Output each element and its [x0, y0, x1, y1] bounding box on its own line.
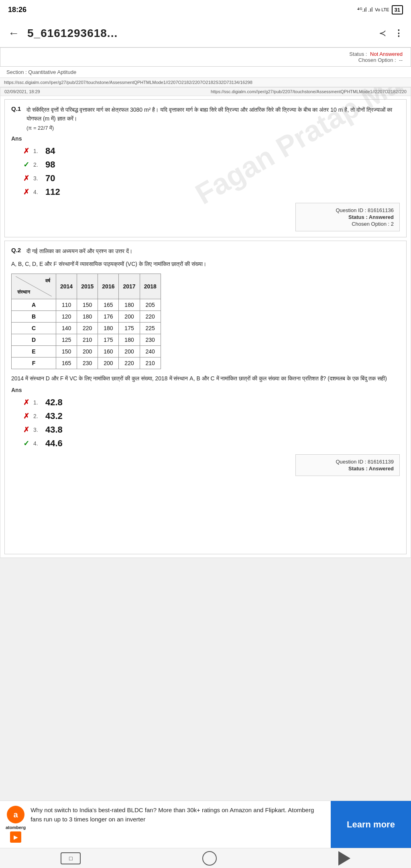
wrong-icon-3: ✗	[23, 174, 29, 183]
q2-option-4-val: 44.6	[45, 438, 63, 449]
q2-option-2: ✗ 2. 43.2	[11, 409, 400, 423]
url-bar: https://ssc.digialm.com//per/g27/pub/220…	[0, 78, 411, 87]
volte-icon: Vo LTE	[375, 7, 389, 12]
table-row: E 150 200 160 200 240	[12, 345, 161, 357]
q1-option-4: ✗ 4. 112	[11, 185, 400, 199]
D-2016: 175	[98, 334, 119, 345]
chosen-label: Chosen Option :	[358, 57, 396, 63]
status-icons: ⁴ᴳ.ıl .ıl Vo LTE 31	[357, 5, 403, 14]
wrong-icon-1: ✗	[23, 147, 29, 155]
ad-banner: a atomberg ▶ Why not switch to India's b…	[0, 801, 411, 848]
E-2017: 200	[119, 345, 140, 357]
q1-chosen: Chosen Option : 2	[301, 221, 394, 227]
table-header-inst: वर्ष संस्थान	[12, 274, 56, 299]
square-icon: □	[69, 855, 72, 862]
back-button[interactable]: ←	[8, 27, 19, 40]
B-2015: 180	[77, 310, 98, 322]
inst-C: C	[12, 322, 56, 334]
B-2018: 220	[140, 310, 161, 322]
E-2014: 150	[56, 345, 77, 357]
top-status-strip: Status : Not Answered Chosen Option : --	[0, 47, 411, 67]
C-2018: 225	[140, 322, 161, 334]
correct-icon-q2-4: ✓	[23, 439, 29, 448]
C-2014: 140	[56, 322, 77, 334]
back-triangle-icon	[338, 851, 350, 866]
E-2018: 240	[140, 345, 161, 357]
F-2016: 200	[98, 357, 119, 369]
q2-table: वर्ष संस्थान 2014 2015 2016 2017 2018 A …	[11, 274, 161, 369]
question-2-block: Q.2 दी गई तालिका का अध्ययन करें और प्रश्…	[4, 241, 407, 554]
nav-bar: ← 5_6161293618... ≺ ⋮	[0, 19, 411, 47]
home-nav-button[interactable]	[202, 851, 217, 866]
q1-text: दो संकेंद्रित वृत्तों से परिबद्ध वृत्ताक…	[26, 105, 400, 123]
atomberg-logo-icon: a	[7, 806, 24, 823]
A-2015: 150	[77, 299, 98, 310]
section-text: Section : Quantitative Aptitude	[6, 69, 76, 75]
table-row: C 140 220 180 175 225	[12, 322, 161, 334]
square-nav-button[interactable]: □	[61, 852, 81, 864]
q2-option-3: ✗ 3. 43.8	[11, 423, 400, 437]
inst-D: D	[12, 334, 56, 345]
ad-logo-text: atomberg	[6, 825, 26, 830]
status-line: Status : Not Answered	[8, 51, 403, 57]
q2-question-text: 2014 में संस्थान D और F में VC के लिए ना…	[11, 374, 400, 383]
D-2018: 230	[140, 334, 161, 345]
q2-label: Q.2	[11, 247, 23, 253]
chosen-line: Chosen Option : --	[8, 57, 403, 63]
table-row: F 165 230 200 220 210	[12, 357, 161, 369]
ans-label-q2: Ans	[11, 387, 400, 393]
A-2016: 165	[98, 299, 119, 310]
q1-option-1: ✗ 1. 84	[11, 144, 400, 158]
inst-A: A	[12, 299, 56, 310]
inst-E: E	[12, 345, 56, 357]
page-title: 5_6161293618...	[27, 27, 371, 40]
inst-F: F	[12, 357, 56, 369]
table-row: B 120 180 176 200 220	[12, 310, 161, 322]
col-2015: 2015	[77, 274, 98, 299]
B-2014: 120	[56, 310, 77, 322]
B-2017: 200	[119, 310, 140, 322]
url-text: https://ssc.digialm.com//per/g27/pub/220…	[4, 80, 252, 85]
bottom-spacer	[11, 476, 400, 548]
q1-qid-box: Question ID : 816161136 Status : Answere…	[295, 203, 400, 231]
q2-intro: दी गई तालिका का अध्ययन करें और प्रश्न का…	[26, 247, 132, 255]
q2-qid-box: Question ID : 816161139 Status : Answere…	[295, 454, 400, 476]
q1-label: Q.1	[11, 105, 23, 112]
learn-more-button[interactable]: Learn more	[331, 801, 411, 848]
table-row: A 110 150 165 180 205	[12, 299, 161, 310]
q2-desc: A, B, C, D, E और F संस्थानों में व्यावसा…	[11, 259, 400, 268]
timestamp-bar: 02/09/2021, 18:29 https://ssc.digialm.co…	[0, 88, 411, 96]
more-button[interactable]: ⋮	[394, 28, 403, 39]
ad-text: Why not switch to India's best-rated BLD…	[31, 806, 325, 824]
q2-status: Status : Answered	[301, 466, 394, 472]
screenshot-content: Fagan Pratap Mat 02/09/2021, 18:29 https…	[0, 87, 411, 558]
q1-option-4-val: 112	[45, 187, 60, 197]
timestamp-url: https://ssc.digialm.com//per/g27/pub/220…	[211, 89, 407, 94]
share-button[interactable]: ≺	[379, 28, 386, 39]
timestamp-date: 02/09/2021, 18:29	[4, 89, 40, 94]
col-2014: 2014	[56, 274, 77, 299]
C-2015: 220	[77, 322, 98, 334]
correct-icon-2: ✓	[23, 160, 29, 169]
ad-left: a atomberg ▶ Why not switch to India's b…	[0, 801, 331, 848]
back-nav-button[interactable]	[338, 851, 350, 866]
q1-text-block: दो संकेंद्रित वृत्तों से परिबद्ध वृत्ताक…	[26, 105, 400, 131]
col-2017: 2017	[119, 274, 140, 299]
diag-header: वर्ष संस्थान	[16, 276, 52, 296]
q1-option-1-val: 84	[45, 146, 55, 156]
C-2017: 175	[119, 322, 140, 334]
q2-option-4: ✓ 4. 44.6	[11, 437, 400, 450]
q1-header: Q.1 दो संकेंद्रित वृत्तों से परिबद्ध वृत…	[11, 105, 400, 131]
status-time: 18:26	[8, 6, 26, 14]
q1-note: (π = 22/7 में)	[26, 125, 400, 131]
q2-option-2-val: 43.2	[45, 411, 63, 421]
inst-B: B	[12, 310, 56, 322]
signal-icon: ⁴ᴳ.ıl .ıl	[357, 6, 373, 13]
q2-option-1: ✗ 1. 42.8	[11, 396, 400, 409]
A-2014: 110	[56, 299, 77, 310]
status-bar: 18:26 ⁴ᴳ.ıl .ıl Vo LTE 31	[0, 0, 411, 19]
wrong-icon-q2-1: ✗	[23, 398, 29, 407]
q2-option-3-val: 43.8	[45, 425, 63, 435]
D-2017: 180	[119, 334, 140, 345]
wrong-icon-q2-2: ✗	[23, 412, 29, 421]
